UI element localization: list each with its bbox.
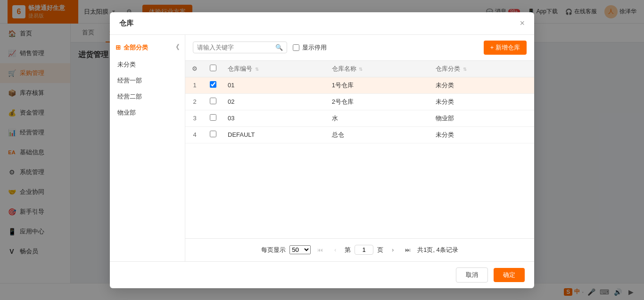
category-panel-header: ⊞ 全部分类 《 [110, 41, 185, 57]
table-row[interactable]: 4 DEFAULT 总仓 未分类 [185, 126, 534, 143]
row-checkbox[interactable] [210, 98, 216, 104]
row-name: 2号仓库 [326, 93, 430, 110]
row-number: 4 [185, 126, 204, 143]
add-warehouse-button[interactable]: + 新增仓库 [484, 41, 527, 55]
row-checkbox-cell [204, 110, 222, 126]
warehouse-modal: 仓库 × ⊞ 全部分类 《 未分类 经营一部 经营二部 物业部 [110, 12, 534, 288]
prev-page-button[interactable]: ‹ [330, 244, 341, 256]
modal-header: 仓库 × [110, 12, 534, 35]
sort-icon: ⇅ [255, 67, 259, 72]
row-name: 总仓 [326, 126, 430, 143]
select-all-checkbox[interactable] [210, 65, 216, 71]
row-code: 02 [222, 93, 326, 110]
modal-title: 仓库 [119, 19, 133, 28]
row-name: 水 [326, 110, 430, 126]
first-page-button[interactable]: ⏮ [314, 244, 326, 256]
modal-close-button[interactable]: × [520, 19, 525, 27]
modal-body: ⊞ 全部分类 《 未分类 经营一部 经营二部 物业部 🔍 [110, 35, 534, 261]
row-number: 2 [185, 93, 204, 110]
row-checkbox-cell [204, 126, 222, 143]
next-page-button[interactable]: › [387, 244, 398, 256]
col-checkbox [204, 61, 222, 77]
search-wrap: 🔍 [193, 42, 287, 53]
search-input[interactable] [197, 44, 272, 51]
table-row[interactable]: 1 01 1号仓库 未分类 [185, 77, 534, 93]
category-item-dept1[interactable]: 经营一部 [110, 73, 185, 89]
row-category: 未分类 [430, 77, 534, 93]
category-panel: ⊞ 全部分类 《 未分类 经营一部 经营二部 物业部 [110, 35, 185, 261]
grid-icon: ⊞ [116, 44, 121, 51]
row-category: 未分类 [430, 126, 534, 143]
category-item-unclassified[interactable]: 未分类 [110, 57, 185, 73]
page-input[interactable] [355, 245, 373, 255]
per-page-select[interactable]: 50 20 100 [289, 245, 311, 254]
table-row[interactable]: 2 02 2号仓库 未分类 [185, 93, 534, 110]
modal-overlay: 仓库 × ⊞ 全部分类 《 未分类 经营一部 经营二部 物业部 [0, 0, 644, 300]
sort-icon: ⇅ [463, 67, 467, 72]
row-code: 01 [222, 77, 326, 93]
pagination: 每页显示 50 20 100 ⏮ ‹ 第 页 › ⏭ 共1页, 4条记录 [185, 238, 534, 261]
row-checkbox-cell [204, 77, 222, 93]
confirm-button[interactable]: 确定 [494, 268, 525, 282]
row-code: 03 [222, 110, 326, 126]
all-categories-label[interactable]: 全部分类 [124, 43, 148, 52]
category-item-property[interactable]: 物业部 [110, 105, 185, 121]
modal-toolbar: 🔍 显示停用 + 新增仓库 [185, 35, 534, 61]
row-checkbox[interactable] [210, 131, 216, 137]
row-category: 物业部 [430, 110, 534, 126]
row-checkbox[interactable] [210, 114, 216, 121]
collapse-button[interactable]: 《 [173, 43, 179, 52]
modal-footer: 取消 确定 [110, 261, 534, 288]
show-disabled-label: 显示停用 [302, 43, 327, 52]
row-number: 1 [185, 77, 204, 93]
row-category: 未分类 [430, 93, 534, 110]
per-page-label: 每页显示 [261, 246, 286, 254]
col-category[interactable]: 仓库分类 ⇅ [430, 61, 534, 77]
row-number: 3 [185, 110, 204, 126]
row-name: 1号仓库 [326, 77, 430, 93]
cancel-button[interactable]: 取消 [456, 267, 488, 283]
total-info: 共1页, 4条记录 [417, 246, 458, 254]
col-code[interactable]: 仓库编号 ⇅ [222, 61, 326, 77]
category-item-dept2[interactable]: 经营二部 [110, 89, 185, 105]
page-label-before: 第 [345, 246, 351, 254]
sort-icon: ⇅ [359, 67, 363, 72]
search-icon[interactable]: 🔍 [275, 44, 283, 51]
last-page-button[interactable]: ⏭ [402, 244, 413, 256]
show-disabled-checkbox[interactable] [293, 44, 299, 51]
right-panel: 🔍 显示停用 + 新增仓库 ⚙ [185, 35, 534, 261]
col-settings: ⚙ [185, 61, 204, 77]
show-disabled-toggle[interactable]: 显示停用 [293, 43, 327, 52]
row-checkbox[interactable] [210, 81, 216, 88]
col-name[interactable]: 仓库名称 ⇅ [326, 61, 430, 77]
row-code: DEFAULT [222, 126, 326, 143]
warehouse-table: ⚙ 仓库编号 ⇅ 仓库名称 ⇅ 仓库分类 ⇅ 1 01 1号仓库 未分类 2 0… [185, 61, 534, 238]
page-label-after: 页 [377, 246, 383, 254]
row-checkbox-cell [204, 93, 222, 110]
table-row[interactable]: 3 03 水 物业部 [185, 110, 534, 126]
